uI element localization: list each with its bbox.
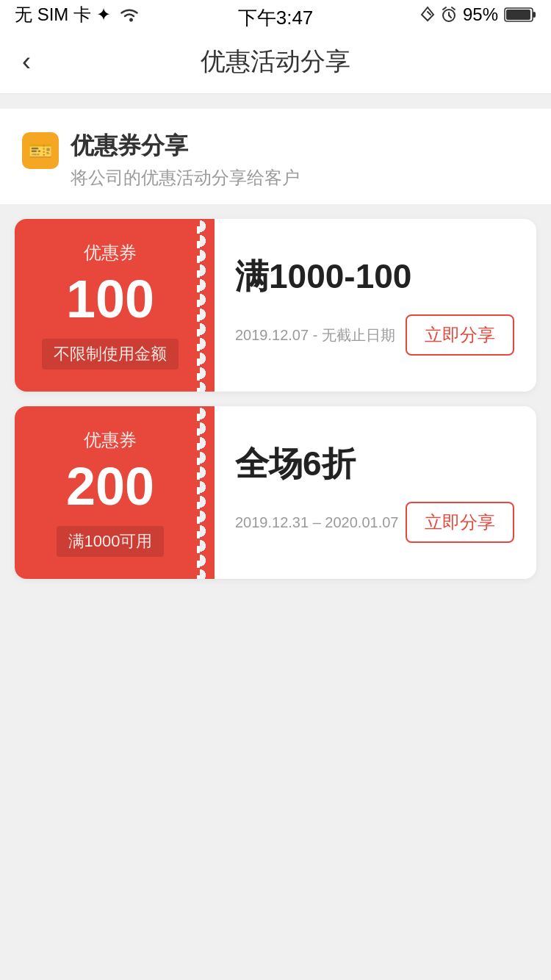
section-text: 优惠券分享 将公司的优惠活动分享给客户 [71, 131, 300, 190]
coupon-condition-1: 满1000可用 [57, 526, 165, 557]
section-header: 🎫 优惠券分享 将公司的优惠活动分享给客户 [0, 109, 551, 204]
location-icon [420, 6, 435, 24]
coupon-right-0: 满1000-100 2019.12.07 - 无截止日期 立即分享 [206, 219, 536, 392]
nav-bar: ‹ 优惠活动分享 [0, 29, 551, 94]
section-title: 优惠券分享 [71, 131, 300, 162]
coupon-footer-1: 2019.12.31 – 2020.01.07 立即分享 [235, 502, 514, 543]
coupon-footer-0: 2019.12.07 - 无截止日期 立即分享 [235, 314, 514, 356]
coupon-card: 优惠券 200 满1000可用 全场6折 2019.12.31 – 2020.0… [15, 406, 536, 579]
status-right: 95% [420, 4, 536, 25]
battery-icon [504, 7, 536, 23]
svg-rect-2 [533, 12, 536, 18]
coupon-condition-0: 不限制使用金额 [42, 339, 179, 370]
coupon-card: 优惠券 100 不限制使用金额 满1000-100 2019.12.07 - 无… [15, 219, 536, 392]
coupon-label-0: 优惠券 [84, 241, 137, 264]
status-time: 下午3:47 [238, 5, 314, 31]
back-button[interactable]: ‹ [22, 46, 31, 77]
coupon-left-0: 优惠券 100 不限制使用金额 [15, 219, 206, 392]
coupon-label-1: 优惠券 [84, 428, 137, 452]
nav-title: 优惠活动分享 [201, 45, 350, 79]
coupon-right-1: 全场6折 2019.12.31 – 2020.01.07 立即分享 [206, 406, 536, 579]
status-left: 无 SIM 卡 ✦ [15, 3, 140, 26]
alarm-icon [441, 6, 457, 24]
sim-label: 无 SIM 卡 ✦ [15, 3, 111, 26]
status-bar: 无 SIM 卡 ✦ 下午3:47 95% [0, 0, 551, 29]
coupon-left-1: 优惠券 200 满1000可用 [15, 406, 206, 579]
section-icon: 🎫 [22, 132, 59, 169]
coupon-date-1: 2019.12.31 – 2020.01.07 [235, 514, 398, 531]
coupon-name-0: 满1000-100 [235, 254, 514, 300]
wifi-icon [118, 7, 140, 23]
coupon-amount-1: 200 [66, 458, 154, 516]
coupon-amount-0: 100 [66, 270, 154, 328]
svg-rect-3 [506, 10, 530, 20]
share-button-0[interactable]: 立即分享 [406, 314, 514, 356]
share-button-1[interactable]: 立即分享 [406, 502, 514, 543]
empty-area [0, 579, 551, 946]
coupon-name-1: 全场6折 [235, 442, 514, 487]
battery-percent: 95% [463, 4, 498, 25]
section-subtitle: 将公司的优惠活动分享给客户 [71, 166, 300, 190]
coupon-list: 优惠券 100 不限制使用金额 满1000-100 2019.12.07 - 无… [0, 219, 551, 579]
coupon-date-0: 2019.12.07 - 无截止日期 [235, 325, 395, 345]
section-icon-emoji: 🎫 [29, 140, 52, 162]
